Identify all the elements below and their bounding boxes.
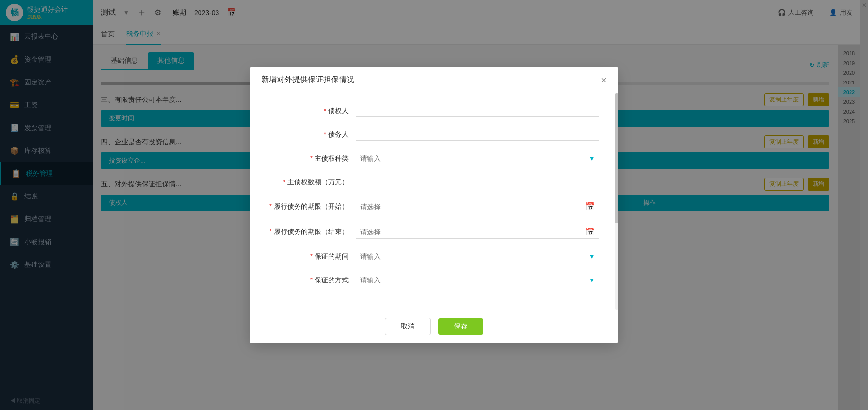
dialog-footer: 取消 保存 <box>250 310 618 343</box>
form-row-claim-type: * 主债权种类 ▼ <box>269 152 599 164</box>
field-date-period-end[interactable]: 📅 <box>356 225 599 239</box>
field-date-period-start[interactable]: 📅 <box>356 200 599 213</box>
dialog-title: 新增对外提供保证担保情况 <box>261 75 354 85</box>
save-button[interactable]: 保存 <box>438 318 483 335</box>
guarantee-period-input[interactable] <box>360 252 588 260</box>
guarantee-period-arrow-icon[interactable]: ▼ <box>588 252 595 260</box>
field-label-creditor: * 债权人 <box>269 107 356 115</box>
claim-type-input[interactable] <box>360 154 588 162</box>
form-row-guarantee-period: * 保证的期间 ▼ <box>269 250 599 262</box>
dialog-close-button[interactable]: × <box>601 75 607 85</box>
field-label-guarantee-period: * 保证的期间 <box>269 252 356 261</box>
guarantee-method-input[interactable] <box>360 276 588 284</box>
field-select-guarantee-period[interactable]: ▼ <box>356 250 599 262</box>
field-label-period-start: * 履行债务的期限（开始） <box>269 202 356 211</box>
field-label-claim-type: * 主债权种类 <box>269 154 356 163</box>
period-start-input[interactable] <box>360 203 585 211</box>
field-label-guarantee-method: * 保证的方式 <box>269 276 356 285</box>
field-select-claim-type[interactable]: ▼ <box>356 152 599 164</box>
form-row-guarantee-method: * 保证的方式 ▼ <box>269 274 599 286</box>
field-select-guarantee-method[interactable]: ▼ <box>356 274 599 286</box>
field-label-period-end: * 履行债务的期限（结束） <box>269 228 356 236</box>
calendar-start-icon[interactable]: 📅 <box>585 202 595 211</box>
field-label-debtor: * 债务人 <box>269 131 356 139</box>
form-row-period-end: * 履行债务的期限（结束） 📅 <box>269 225 599 239</box>
dialog-scrollbar[interactable] <box>615 93 618 310</box>
dialog-header: 新增对外提供保证担保情况 × <box>250 67 618 93</box>
field-input-debtor[interactable] <box>356 129 599 141</box>
field-input-claim-amount[interactable] <box>356 176 599 188</box>
field-label-claim-amount: * 主债权数额（万元） <box>269 178 356 187</box>
dialog-body: * 债权人 * 债务人 * 主债权种类 <box>250 93 618 310</box>
form-row-debtor: * 债务人 <box>269 129 599 141</box>
form-row-claim-amount: * 主债权数额（万元） <box>269 176 599 188</box>
modal-overlay: 新增对外提供保证担保情况 × * 债权人 * 债务人 <box>0 0 868 410</box>
dialog: 新增对外提供保证担保情况 × * 债权人 * 债务人 <box>250 67 618 343</box>
calendar-end-icon[interactable]: 📅 <box>585 227 595 236</box>
form-row-creditor: * 债权人 <box>269 105 599 117</box>
claim-type-arrow-icon[interactable]: ▼ <box>588 154 595 162</box>
cancel-button[interactable]: 取消 <box>385 318 431 335</box>
guarantee-method-arrow-icon[interactable]: ▼ <box>588 276 595 284</box>
field-input-creditor[interactable] <box>356 105 599 117</box>
form-row-period-start: * 履行债务的期限（开始） 📅 <box>269 200 599 213</box>
period-end-input[interactable] <box>360 228 585 236</box>
